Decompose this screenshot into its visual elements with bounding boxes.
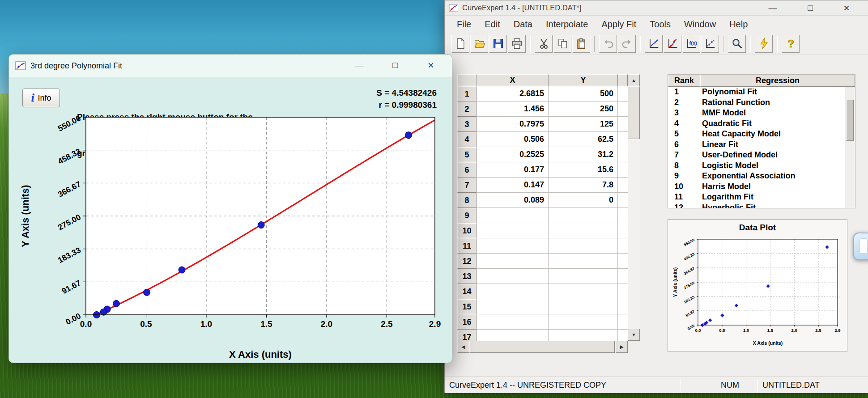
x-cell[interactable] <box>477 269 549 284</box>
menu-item[interactable]: Data <box>507 17 539 32</box>
toolbar-function-plot-button[interactable]: f(x) <box>682 35 700 53</box>
regression-list-item[interactable]: 11 Logarithm Fit <box>668 192 855 203</box>
row-number-cell[interactable]: 16 <box>457 314 477 330</box>
menu-item[interactable]: Apply Fit <box>595 17 643 32</box>
y-cell[interactable]: 7.8 <box>549 178 618 193</box>
minimize-icon[interactable]: — <box>762 0 783 15</box>
toolbar-plot-options-button[interactable] <box>701 35 719 53</box>
row-number-cell[interactable]: 7 <box>457 178 477 193</box>
y-cell[interactable] <box>549 330 618 341</box>
regression-list-item[interactable]: 5 Heat Capacity Model <box>668 129 855 140</box>
regression-list-item[interactable]: 4 Quadratic Fit <box>668 119 855 129</box>
rank-scroll-thumb[interactable] <box>846 100 854 141</box>
y-cell[interactable] <box>549 238 618 254</box>
y-cell[interactable]: 31.2 <box>549 147 618 162</box>
toolbar-scatter-plot-button[interactable] <box>645 35 663 53</box>
row-number-cell[interactable]: 15 <box>457 299 477 314</box>
vertical-scroll-thumb[interactable] <box>628 86 640 139</box>
y-cell[interactable]: 500 <box>549 86 618 102</box>
regression-list-item[interactable]: 12 Hyperbolic Fit <box>668 203 855 209</box>
close-icon[interactable]: × <box>421 55 441 76</box>
toolbar-copy-button[interactable] <box>553 35 571 53</box>
x-cell[interactable]: 0.2525 <box>477 147 549 162</box>
y-column-header[interactable]: Y <box>549 74 618 86</box>
toolbar-undo-button[interactable] <box>599 35 617 53</box>
maximize-icon[interactable]: □ <box>385 55 405 76</box>
x-cell[interactable] <box>477 330 549 341</box>
y-cell[interactable]: 250 <box>549 102 618 117</box>
fit-plot[interactable]: 0.00.51.01.52.02.52.90.0091.67183.33275.… <box>18 111 442 363</box>
toolbar-print-button[interactable] <box>508 35 526 53</box>
scroll-up-icon[interactable]: ▲ <box>628 74 640 86</box>
menu-item[interactable]: File <box>450 17 478 32</box>
y-cell[interactable]: 15.6 <box>549 162 618 178</box>
regression-list-item[interactable]: 7 User-Defined Model <box>668 150 855 161</box>
x-cell[interactable]: 1.456 <box>477 102 549 117</box>
rank-header[interactable]: Rank <box>668 75 700 87</box>
scroll-down-icon[interactable]: ▼ <box>628 329 640 341</box>
toolbar-help-button[interactable]: ? <box>782 35 800 53</box>
main-title-bar[interactable]: CurveExpert 1.4 - [UNTITLED.DAT*] — □ × <box>445 0 868 16</box>
toolbar-open-file-button[interactable] <box>470 35 488 53</box>
menu-item[interactable]: Window <box>677 17 723 32</box>
x-cell[interactable]: 0.506 <box>477 132 549 147</box>
regression-list-item[interactable]: 10 Harris Model <box>668 182 855 192</box>
minimize-icon[interactable]: — <box>349 55 370 76</box>
rank-scrollbar[interactable] <box>845 87 855 208</box>
x-cell[interactable] <box>477 254 549 269</box>
y-cell[interactable] <box>549 208 618 223</box>
x-cell[interactable]: 0.147 <box>477 178 549 193</box>
regression-header[interactable]: Regression <box>700 75 855 87</box>
maximize-icon[interactable]: □ <box>800 0 821 15</box>
x-cell[interactable] <box>477 223 549 238</box>
row-number-cell[interactable]: 13 <box>457 269 477 284</box>
row-number-cell[interactable]: 17 <box>457 330 477 341</box>
row-number-cell[interactable]: 2 <box>457 102 477 117</box>
scroll-right-icon[interactable]: ▶ <box>616 341 628 353</box>
regression-list-item[interactable]: 9 Exponential Association <box>668 171 855 182</box>
row-number-cell[interactable]: 12 <box>457 254 477 269</box>
x-cell[interactable] <box>477 299 549 314</box>
row-number-cell[interactable]: 8 <box>457 193 477 208</box>
menu-item[interactable]: Edit <box>478 17 506 32</box>
toolbar-quick-fit-button[interactable] <box>755 35 773 53</box>
x-cell[interactable] <box>477 238 549 254</box>
menu-item[interactable]: Tools <box>643 17 677 32</box>
toolbar-cut-button[interactable] <box>535 35 553 53</box>
regression-list-item[interactable]: 1 Polynomial Fit <box>668 87 855 97</box>
y-cell[interactable] <box>549 299 618 314</box>
horizontal-scroll-thumb[interactable] <box>469 341 615 353</box>
row-number-cell[interactable]: 14 <box>457 284 477 299</box>
x-cell[interactable]: 2.6815 <box>477 86 549 102</box>
y-cell[interactable] <box>549 223 618 238</box>
scroll-left-icon[interactable]: ◀ <box>457 341 469 353</box>
regression-list-item[interactable]: 3 MMF Model <box>668 108 855 119</box>
x-column-header[interactable]: X <box>477 74 549 86</box>
row-number-cell[interactable]: 10 <box>457 223 477 238</box>
row-number-cell[interactable]: 1 <box>457 86 477 102</box>
y-cell[interactable] <box>549 314 618 330</box>
menu-item[interactable]: Interpolate <box>539 17 595 32</box>
y-cell[interactable] <box>549 269 618 284</box>
x-cell[interactable] <box>477 284 549 299</box>
row-number-cell[interactable]: 11 <box>457 238 477 254</box>
row-number-cell[interactable]: 5 <box>457 147 477 162</box>
toolbar-paste-button[interactable] <box>572 35 590 53</box>
toolbar-new-file-button[interactable] <box>451 35 469 53</box>
toolbar-redo-button[interactable] <box>618 35 636 53</box>
table-vertical-scrollbar[interactable]: ▲ ▼ <box>628 74 640 341</box>
y-cell[interactable]: 125 <box>549 117 618 132</box>
toolbar-save-file-button[interactable] <box>489 35 507 53</box>
menu-item[interactable]: Help <box>723 17 754 32</box>
regression-list-item[interactable]: 2 Rational Function <box>668 97 855 108</box>
row-number-cell[interactable]: 4 <box>457 132 477 147</box>
x-cell[interactable]: 0.089 <box>477 193 549 208</box>
row-number-cell[interactable]: 9 <box>457 208 477 223</box>
x-cell[interactable] <box>477 208 549 223</box>
x-cell[interactable]: 0.7975 <box>477 117 549 132</box>
x-cell[interactable] <box>477 314 549 330</box>
row-number-cell[interactable]: 3 <box>457 117 477 132</box>
regression-list-item[interactable]: 8 Logistic Model <box>668 161 855 171</box>
close-icon[interactable]: × <box>836 0 857 15</box>
y-cell[interactable]: 62.5 <box>549 132 618 147</box>
